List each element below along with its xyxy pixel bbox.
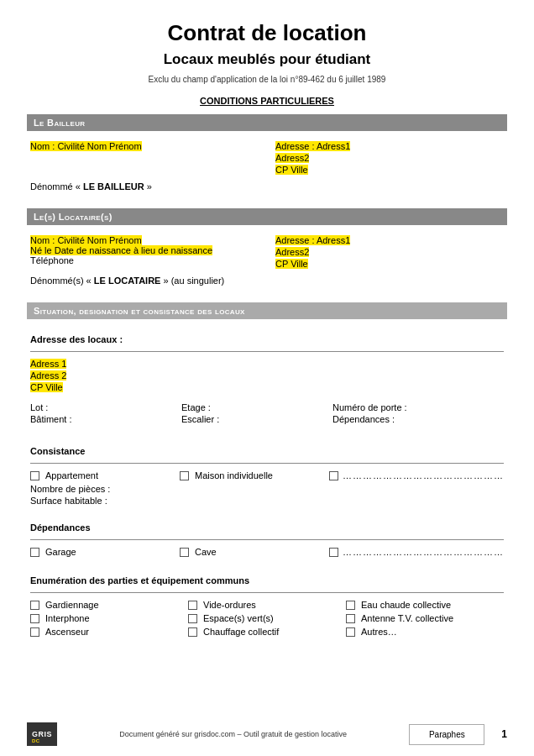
situation-adress1: Adress 1 xyxy=(30,359,66,369)
numero-porte-label: Numéro de porte : xyxy=(332,402,450,412)
bailleur-denommé: Dénommé « LE BAILLEUR » xyxy=(30,181,504,192)
footer-info: Document généré sur grisdoc.com – Outil … xyxy=(67,730,399,738)
enum-row-2: Interphone Espace(s) vert(s) Antenne T.V… xyxy=(30,613,504,623)
locataire-telephone: Téléphone xyxy=(30,255,259,265)
espace-vert-label: Espace(s) vert(s) xyxy=(203,613,274,623)
logo-icon: GRIS DC xyxy=(29,723,55,745)
situation-cp-ville: CP Ville xyxy=(30,382,63,392)
consistance-section: Consistance Appartement Maison individue… xyxy=(27,438,507,514)
nombre-pieces: Nombre de pièces : xyxy=(30,484,504,494)
subtitle: Locaux meublés pour étudiant xyxy=(27,51,507,68)
locataire-adresse-col: Adresse : Adress1 Adress2 CP Ville xyxy=(259,235,504,270)
eau-chaude-label: Eau chaude collective xyxy=(361,600,451,610)
cave-checkbox xyxy=(180,548,189,557)
paraphes-box: Paraphes xyxy=(409,724,484,745)
enumeration-title: Enumération des parties et équipement co… xyxy=(30,575,504,585)
interphone-checkbox xyxy=(30,614,39,623)
interphone-label: Interphone xyxy=(45,613,90,623)
espace-vert-item: Espace(s) vert(s) xyxy=(188,613,346,623)
locataire-adresse2: Adress2 xyxy=(275,247,309,257)
locataire-denommé: Dénommé(s) « LE LOCATAIRE » (au singulie… xyxy=(30,276,504,286)
eau-chaude-checkbox xyxy=(346,601,355,610)
dependances-checkbox-row: Garage Cave ………………………………………… xyxy=(30,547,504,557)
situation-section-bar: Situation, designation et consistance de… xyxy=(27,302,507,319)
ascenseur-label: Ascenseur xyxy=(45,627,89,637)
gardiennage-label: Gardiennage xyxy=(45,600,99,610)
gardiennage-item: Gardiennage xyxy=(30,600,188,610)
appartement-checkbox xyxy=(30,471,39,480)
garage-checkbox xyxy=(30,548,39,557)
enum-row-3: Ascenseur Chauffage collectif Autres… xyxy=(30,627,504,637)
locataire-naissance: Né le Date de naissance à lieu de naissa… xyxy=(30,245,212,255)
dependances-dots: ………………………………………… xyxy=(343,547,504,557)
dependances-extra-checkbox xyxy=(329,548,338,557)
bailleur-section-bar: Le Bailleur xyxy=(27,114,507,131)
bailleur-adresse-col: Adresse : Adress1 Adress2 CP Ville xyxy=(259,141,504,176)
lot-row: Lot : Etage : Numéro de porte : xyxy=(30,402,504,412)
vide-ordures-checkbox xyxy=(188,601,197,610)
bailleur-content: Nom : Civilité Nom Prénom Adresse : Adre… xyxy=(27,138,507,202)
dependances-section: Dépendances Garage Cave ………………………………………… xyxy=(27,514,507,567)
dependances-title: Dépendances xyxy=(30,522,504,533)
bailleur-nom-col: Nom : Civilité Nom Prénom xyxy=(30,141,259,176)
situation-content: Adresse des locaux : Adress 1 Adress 2 C… xyxy=(27,326,507,433)
eau-chaude-item: Eau chaude collective xyxy=(346,600,504,610)
locataire-adresse1: Adresse : Adress1 xyxy=(275,235,350,245)
paraphes-label: Paraphes xyxy=(429,730,465,739)
locataire-nom: Nom : Civilité Nom Prénom xyxy=(30,235,142,245)
divider-enumeration xyxy=(30,592,504,593)
garage-item: Garage xyxy=(30,547,180,557)
bailleur-adresse2: Adress2 xyxy=(275,153,309,163)
ascenseur-checkbox xyxy=(30,627,39,637)
footer: GRIS DC Document généré sur grisdoc.com … xyxy=(0,722,534,746)
maison-label: Maison individuelle xyxy=(195,470,273,480)
locataire-content: Nom : Civilité Nom Prénom Né le Date de … xyxy=(27,232,507,296)
consistance-title: Consistance xyxy=(30,446,504,456)
locataire-cp-ville: CP Ville xyxy=(275,259,308,269)
cave-item: Cave xyxy=(180,547,329,557)
surface-habitable: Surface habitable : xyxy=(30,496,504,506)
conditions-title: CONDITIONS PARTICULIERES xyxy=(27,96,507,106)
maison-checkbox xyxy=(180,471,189,480)
bailleur-cp-ville: CP Ville xyxy=(275,165,308,175)
antenne-tv-checkbox xyxy=(346,614,355,623)
chauffage-checkbox xyxy=(188,627,197,637)
main-title: Contrat de location xyxy=(27,20,507,46)
locataire-section-bar: Le(s) Locataire(s) xyxy=(27,208,507,225)
enum-row-1: Gardiennage Vide-ordures Eau chaude coll… xyxy=(30,600,504,610)
ascenseur-item: Ascenseur xyxy=(30,627,188,637)
vide-ordures-item: Vide-ordures xyxy=(188,600,346,610)
lot-label: Lot : xyxy=(30,402,148,412)
dependances-dotted: ………………………………………… xyxy=(329,547,504,557)
bailleur-adresse1: Adresse : Adress1 xyxy=(275,141,350,151)
batiment-row: Bâtiment : Escalier : Dépendances : xyxy=(30,414,504,424)
svg-text:GRIS: GRIS xyxy=(32,730,52,738)
escalier-label: Escalier : xyxy=(181,414,299,424)
chauffage-label: Chauffage collectif xyxy=(203,627,279,637)
antenne-tv-label: Antenne T.V. collective xyxy=(361,613,453,623)
autres-checkbox xyxy=(346,627,355,637)
situation-adress2: Adress 2 xyxy=(30,370,66,381)
logo-box: GRIS DC xyxy=(27,722,57,746)
interphone-item: Interphone xyxy=(30,613,188,623)
consistance-extra-checkbox xyxy=(329,471,338,480)
autres-label: Autres… xyxy=(361,627,397,637)
vide-ordures-label: Vide-ordures xyxy=(203,600,256,610)
chauffage-item: Chauffage collectif xyxy=(188,627,346,637)
espace-vert-checkbox xyxy=(188,614,197,623)
consistance-dots: ………………………………………… xyxy=(343,470,504,480)
appartement-item: Appartement xyxy=(30,470,180,480)
antenne-tv-item: Antenne T.V. collective xyxy=(346,613,504,623)
footer-logo: GRIS DC xyxy=(27,722,57,746)
divider-consistance xyxy=(30,463,504,464)
page: Contrat de location Locaux meublés pour … xyxy=(0,0,534,756)
consistance-dotted: ………………………………………… xyxy=(329,470,504,480)
autres-item: Autres… xyxy=(346,627,504,637)
etage-label: Etage : xyxy=(181,402,299,412)
garage-label: Garage xyxy=(45,547,76,557)
svg-text:DC: DC xyxy=(32,738,40,743)
cave-label: Cave xyxy=(195,547,217,557)
adresse-locaux-title: Adresse des locaux : xyxy=(30,334,504,344)
page-number: 1 xyxy=(501,728,507,740)
enumeration-section: Enumération des parties et équipement co… xyxy=(27,567,507,647)
